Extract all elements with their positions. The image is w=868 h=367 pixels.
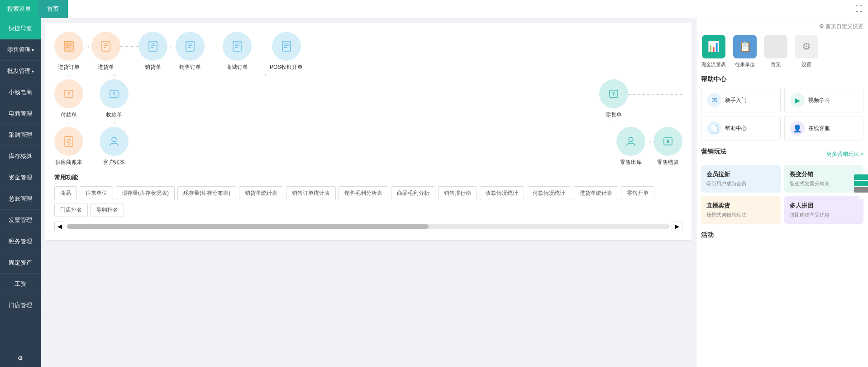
sidebar-item-purchase[interactable]: 采购管理 xyxy=(0,125,41,146)
arrow-right-1: → xyxy=(83,43,91,60)
customize-header[interactable]: ⚙ 首页自定义设置 xyxy=(701,23,863,30)
svg-text:¥: ¥ xyxy=(667,139,670,144)
marketing-title: 营销玩法 xyxy=(701,148,726,156)
quick-icon-partners[interactable]: 📋 往来单位 xyxy=(733,35,757,68)
content-area: 进货订单 → 进货单 xyxy=(41,18,868,367)
sidebar-settings-button[interactable]: ⚙ xyxy=(0,349,41,367)
marketing-item-fission[interactable]: 裂变分销 裂变式发展分销商 xyxy=(784,165,864,193)
marketing-item-live[interactable]: 直播卖货 场景式购物新玩法 xyxy=(701,196,781,224)
svg-text:¥: ¥ xyxy=(612,91,615,97)
node-retail-settlement[interactable]: ¥ 零售结算 xyxy=(653,127,682,166)
node-payment[interactable]: ¥ 付款单 xyxy=(54,79,83,119)
func-btn-sales-stat[interactable]: 销货单统计表 xyxy=(239,186,283,200)
beginner-icon: ✉ xyxy=(707,93,721,107)
sidebar-item-ecommerce[interactable]: 电商管理 xyxy=(0,103,41,125)
func-btn-sales-order-stat[interactable]: 销售订单统计表 xyxy=(286,186,336,200)
func-btn-sales-gross[interactable]: 销售毛利分析表 xyxy=(339,186,388,200)
common-functions: 常用功能 商品 往来单位 现存量(库存状况表) 现存量(库存分布表) 销货单统计… xyxy=(54,174,682,217)
func-btn-store-rank[interactable]: 门店排名 xyxy=(54,203,88,217)
empty-icon xyxy=(764,35,787,58)
marketing-item-group[interactable]: 多人拼团 拼团购物享受优惠 xyxy=(784,196,864,224)
purchase-order-icon xyxy=(54,32,83,61)
node-label: 商城订单 xyxy=(226,63,248,71)
sales-order-icon xyxy=(176,32,205,61)
func-btn-goods[interactable]: 商品 xyxy=(54,186,77,200)
func-btn-goods-gross[interactable]: 商品毛利分析 xyxy=(391,186,435,200)
sidebar-item-retail[interactable]: 零售管理▾ xyxy=(0,39,41,61)
node-receipt[interactable]: ¥ 收款单 xyxy=(100,79,129,119)
node-pos[interactable]: POS收银开单 xyxy=(270,32,303,71)
beginner-label: 新手入门 xyxy=(725,97,747,104)
func-btn-receipt-stat[interactable]: 收款情况统计 xyxy=(480,186,524,200)
sidebar-item-label: 零售管理 xyxy=(7,46,31,53)
func-btn-guide-rank[interactable]: 导购排名 xyxy=(91,203,124,217)
node-customer-account[interactable]: 客户账本 xyxy=(100,127,129,166)
home-tab[interactable]: 首页 xyxy=(38,0,68,18)
node-mall-order[interactable]: 商城订单 xyxy=(223,32,252,71)
arrow-icon: ▾ xyxy=(32,69,34,74)
helpcenter-label: 帮助中心 xyxy=(725,125,747,132)
quick-icon-cashflow[interactable]: 📊 现金流量表 xyxy=(701,35,726,68)
help-item-online[interactable]: 👤 在线客服 xyxy=(784,116,864,140)
svg-text:¥: ¥ xyxy=(113,91,116,97)
sidebar: 快捷导航 零售管理▾ 批发管理▾ 小畅电商 电商管理 采购管理 库存核算 资金管… xyxy=(0,18,41,367)
quick-icon-settings[interactable]: ⚙ 设置 xyxy=(795,35,818,68)
func-btn-partners[interactable]: 往来单位 xyxy=(80,186,113,200)
scroll-track[interactable] xyxy=(67,224,670,229)
activity-title: 活动 xyxy=(701,231,863,239)
help-item-helpcenter[interactable]: 📄 帮助中心 xyxy=(701,116,781,140)
help-item-video[interactable]: ▶ 视频学习 xyxy=(784,88,864,112)
member-desc: 吸引用户成为会员 xyxy=(706,180,775,187)
purchase-icon xyxy=(91,32,120,61)
func-btn-purchase-stat[interactable]: 进货单统计表 xyxy=(574,186,618,200)
scroll-right-button[interactable]: ▶ xyxy=(672,222,682,231)
fullscreen-button[interactable]: ⛶ xyxy=(855,5,863,13)
node-sales[interactable]: 销货单 xyxy=(138,32,167,71)
video-icon: ▶ xyxy=(790,93,805,107)
sidebar-item-finance[interactable]: 资金管理 xyxy=(0,167,41,188)
node-sales-order[interactable]: 销售订单 xyxy=(176,32,205,71)
sidebar-item-xiaochang[interactable]: 小畅电商 xyxy=(0,82,41,103)
quick-icon-empty[interactable]: 暂无 xyxy=(764,35,787,68)
sidebar-item-salary[interactable]: 工资 xyxy=(0,274,41,295)
live-title: 直播卖货 xyxy=(706,202,775,210)
sidebar-item-tax[interactable]: 税务管理 xyxy=(0,231,41,252)
more-marketing-link[interactable]: 更多营销玩法 > xyxy=(826,150,863,158)
float-btn-desktop[interactable]: 桌面快捷 xyxy=(854,187,868,193)
sidebar-item-store[interactable]: 门店管理 xyxy=(0,295,41,316)
node-supplier-account[interactable]: 供应商账本 xyxy=(54,127,83,166)
svg-text:¥: ¥ xyxy=(67,91,71,97)
node-retail[interactable]: ¥ 零售单 xyxy=(599,79,628,119)
help-item-beginner[interactable]: ✉ 新手入门 xyxy=(701,88,781,112)
scroll-left-button[interactable]: ◀ xyxy=(54,222,65,231)
svg-point-35 xyxy=(112,137,116,142)
func-btn-payment-stat[interactable]: 付款情况统计 xyxy=(527,186,571,200)
marketing-item-member[interactable]: 会员拉新 吸引用户成为会员 xyxy=(701,165,781,193)
sidebar-item-inventory[interactable]: 库存核算 xyxy=(0,146,41,167)
func-btn-inventory-dist[interactable]: 现存量(库存分布表) xyxy=(177,186,236,200)
cashflow-icon: 📊 xyxy=(702,35,725,58)
func-btn-retail-order[interactable]: 零售开单 xyxy=(621,186,654,200)
sidebar-item-quick-nav[interactable]: 快捷导航 xyxy=(0,18,41,39)
sidebar-item-fixed-assets[interactable]: 固定资产 xyxy=(0,252,41,274)
func-btn-sales-rank[interactable]: 销售排行榜 xyxy=(438,186,477,200)
float-btn-service[interactable]: 客服热线 xyxy=(854,174,868,180)
float-btn-community[interactable]: 服务社区 xyxy=(854,181,868,186)
node-purchase-order[interactable]: 进货订单 xyxy=(54,32,83,71)
sidebar-item-wholesale[interactable]: 批发管理▾ xyxy=(0,61,41,82)
group-title: 多人拼团 xyxy=(790,202,858,210)
node-purchase[interactable]: 进货单 xyxy=(91,32,120,71)
sidebar-item-invoice[interactable]: 发票管理 xyxy=(0,210,41,231)
sidebar-item-label: 工资 xyxy=(14,280,26,287)
search-menu-button[interactable]: 搜索菜单 xyxy=(0,0,38,18)
node-retail-outbound[interactable]: 零售出库 xyxy=(616,127,645,166)
right-float-buttons: 客服热线 服务社区 桌面快捷 xyxy=(854,174,868,193)
sidebar-item-ledger[interactable]: 总账管理 xyxy=(0,188,41,210)
marketing-grid: 会员拉新 吸引用户成为会员 裂变分销 裂变式发展分销商 直播卖货 场景式购物新玩… xyxy=(701,165,863,224)
quick-nav-card: 进货订单 → 进货单 xyxy=(45,23,692,240)
svg-rect-13 xyxy=(186,41,194,51)
customer-account-icon xyxy=(100,127,129,156)
func-btn-inventory-status[interactable]: 现存量(库存状况表) xyxy=(116,186,175,200)
node-label: 零售结算 xyxy=(657,159,679,166)
node-label: 零售单 xyxy=(606,111,622,119)
